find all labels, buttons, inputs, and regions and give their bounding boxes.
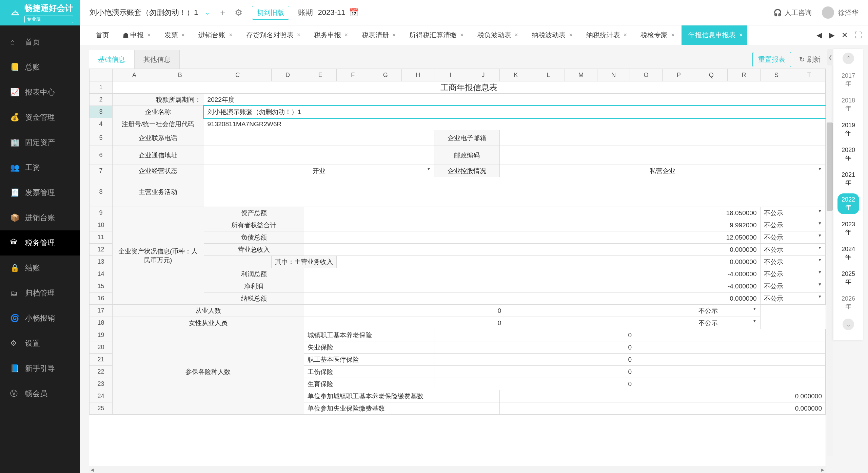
tab-close-icon[interactable]: × xyxy=(515,32,518,39)
sidebar-item-12[interactable]: ⚙设置 xyxy=(0,331,80,356)
tab-close-icon[interactable]: × xyxy=(392,32,396,39)
year-item[interactable]: 2024年 xyxy=(833,241,863,266)
tab-8[interactable]: 税负波动表× xyxy=(471,25,525,45)
publish-select[interactable]: 不公示 xyxy=(760,207,826,219)
row-header[interactable]: 20 xyxy=(90,341,113,354)
fin-value[interactable]: 0.000000 xyxy=(369,256,760,268)
tab-1[interactable]: ☗申报× xyxy=(116,25,158,45)
year-item[interactable]: 2019年 xyxy=(833,117,863,142)
row-header[interactable]: 8 xyxy=(90,177,113,207)
gear-icon[interactable]: ⚙ xyxy=(235,7,242,18)
sidebar-item-13[interactable]: 📘新手引导 xyxy=(0,356,80,381)
sidebar-item-5[interactable]: 👥工资 xyxy=(0,155,80,180)
year-rail-toggle[interactable]: ❮ xyxy=(827,49,833,65)
row-header[interactable]: 15 xyxy=(90,280,113,292)
tab-close-icon[interactable]: × xyxy=(344,32,348,39)
tab-12[interactable]: 年报信息申报表× xyxy=(682,25,748,45)
switch-old-button[interactable]: 切到旧版 xyxy=(252,6,289,20)
sidebar-item-8[interactable]: 🏛税务管理 xyxy=(0,230,80,256)
row-header[interactable]: 25 xyxy=(90,402,113,415)
sidebar-item-2[interactable]: 📈报表中心 xyxy=(0,80,80,105)
account-dropdown-icon[interactable]: ⌄ xyxy=(205,9,210,16)
avatar[interactable] xyxy=(822,6,834,19)
publish-select[interactable]: 不公示 xyxy=(760,292,826,305)
row-header[interactable]: 7 xyxy=(90,165,113,177)
fin-value[interactable]: -4.000000 xyxy=(304,268,760,280)
fin-value[interactable]: 0.000000 xyxy=(304,292,760,305)
row-header[interactable]: 17 xyxy=(90,305,113,317)
tab-6[interactable]: 税表清册× xyxy=(355,25,403,45)
tab-5[interactable]: 税务申报× xyxy=(307,25,355,45)
horizontal-scrollbar[interactable]: ◀▶ xyxy=(89,467,826,473)
tab-4[interactable]: 存货别名对照表× xyxy=(239,25,308,45)
tab-close-icon[interactable]: × xyxy=(624,32,627,39)
publish-select[interactable]: 不公示 xyxy=(760,231,826,244)
tab-close-icon[interactable]: × xyxy=(229,32,233,39)
username[interactable]: 徐泽华 xyxy=(838,8,859,17)
sidebar-item-6[interactable]: 🧾发票管理 xyxy=(0,180,80,205)
fin-value[interactable]: -4.000000 xyxy=(304,280,760,292)
sidebar-item-3[interactable]: 💰资金管理 xyxy=(0,105,80,130)
publish-select[interactable]: 不公示 xyxy=(695,317,760,329)
biz-status-select[interactable]: 开业 xyxy=(204,165,434,177)
tab-close-icon[interactable]: × xyxy=(181,32,185,39)
row-header[interactable]: 2 xyxy=(90,94,113,106)
tab-3[interactable]: 进销台账× xyxy=(192,25,239,45)
refresh-button[interactable]: ↻ 刷新 xyxy=(799,55,821,64)
row-header[interactable]: 22 xyxy=(90,366,113,378)
period-ownership-value[interactable]: 2022年度 xyxy=(204,94,825,106)
tabstrip-next-icon[interactable]: ▶ xyxy=(829,31,835,40)
sidebar-item-0[interactable]: ⌂首页 xyxy=(0,30,80,55)
publish-select[interactable]: 不公示 xyxy=(760,280,826,292)
subtab-1[interactable]: 其他信息 xyxy=(134,50,180,69)
publish-select[interactable]: 不公示 xyxy=(760,244,826,256)
add-icon[interactable]: + xyxy=(220,7,225,18)
tab-close-icon[interactable]: × xyxy=(297,32,301,39)
row-header[interactable]: 19 xyxy=(90,329,113,341)
fin-value[interactable]: 12.050000 xyxy=(304,231,760,244)
row-header[interactable]: 5 xyxy=(90,130,113,146)
sidebar-item-1[interactable]: 📒总账 xyxy=(0,55,80,80)
year-item[interactable]: 2026年 xyxy=(833,290,863,315)
sidebar-item-7[interactable]: 📦进销台账 xyxy=(0,205,80,230)
publish-select[interactable]: 不公示 xyxy=(695,305,760,317)
sidebar-item-9[interactable]: 🔒结账 xyxy=(0,256,80,281)
company-name-value[interactable]: 刘小艳演示账套（勿删勿动！）1 xyxy=(204,106,825,118)
row-header[interactable]: 14 xyxy=(90,268,113,280)
year-item[interactable]: 2020年 xyxy=(833,142,863,167)
tabstrip-prev-icon[interactable]: ◀ xyxy=(816,31,822,40)
vertical-scrollbar[interactable] xyxy=(827,122,833,456)
year-item[interactable]: 2022年 xyxy=(837,193,859,214)
row-header[interactable]: 1 xyxy=(90,81,113,94)
row-header[interactable]: 12 xyxy=(90,244,113,256)
year-item[interactable]: 2017年 xyxy=(833,68,863,92)
row-header[interactable]: 6 xyxy=(90,146,113,165)
publish-select[interactable]: 不公示 xyxy=(760,256,826,268)
year-scroll-up-icon[interactable]: ⌃ xyxy=(843,53,854,64)
year-item[interactable]: 2025年 xyxy=(833,266,863,290)
tab-close-icon[interactable]: × xyxy=(460,32,464,39)
tab-2[interactable]: 发票× xyxy=(158,25,192,45)
tab-close-icon[interactable]: × xyxy=(147,32,151,39)
row-header[interactable]: 11 xyxy=(90,231,113,244)
row-header[interactable]: 21 xyxy=(90,354,113,366)
tab-9[interactable]: 纳税波动表× xyxy=(525,25,579,45)
sidebar-item-10[interactable]: 🗂归档管理 xyxy=(0,281,80,306)
row-header[interactable]: 9 xyxy=(90,207,113,219)
fin-value[interactable]: 9.992000 xyxy=(304,219,760,231)
subtab-0[interactable]: 基础信息 xyxy=(89,50,134,69)
tabstrip-fullscreen-icon[interactable]: ⛶ xyxy=(854,31,862,40)
row-header[interactable]: 16 xyxy=(90,292,113,305)
row-header[interactable]: 23 xyxy=(90,378,113,390)
consult-button[interactable]: 🎧 人工咨询 xyxy=(773,8,812,17)
fin-value[interactable]: 0.000000 xyxy=(304,244,760,256)
spreadsheet[interactable]: ABCDEFGHIJKLMNOPQRST1工商年报信息表2税款所属期间：2022… xyxy=(89,69,826,467)
tab-10[interactable]: 纳税统计表× xyxy=(579,25,634,45)
tab-close-icon[interactable]: × xyxy=(739,32,743,39)
sidebar-item-4[interactable]: 🏢固定资产 xyxy=(0,130,80,155)
tabstrip-close-icon[interactable]: ✕ xyxy=(842,31,848,40)
holding-select[interactable]: 私营企业 xyxy=(499,165,825,177)
sidebar-item-11[interactable]: 🌀小畅报销 xyxy=(0,306,80,331)
tab-close-icon[interactable]: × xyxy=(671,32,675,39)
publish-select[interactable]: 不公示 xyxy=(760,219,826,231)
